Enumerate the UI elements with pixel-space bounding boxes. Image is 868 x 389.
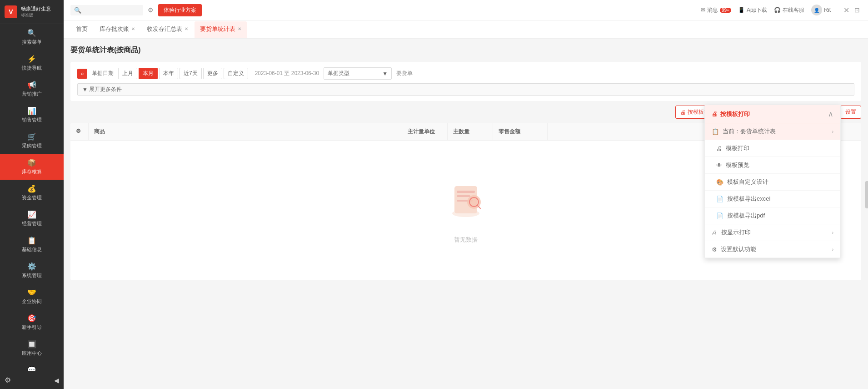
popup-template-print[interactable]: 🖨 模板打印	[705, 140, 840, 157]
sidebar-item-apps[interactable]: 🔲 应用中心	[0, 335, 64, 361]
tab-home[interactable]: 首页	[70, 21, 93, 38]
tab-order-stats[interactable]: 要货单统计表 ✕	[195, 21, 247, 38]
sidebar-item-wechat[interactable]: 💬 企业微信	[0, 361, 64, 371]
type-dropdown[interactable]: 单据类型 ▼	[324, 67, 392, 80]
notification-label: 消息	[707, 6, 718, 14]
popup-default-func[interactable]: ⚙ 设置默认功能 ›	[705, 241, 840, 258]
content-area: 要货单统计表(按商品) » 单据日期 上月 本月 本年 近7天 更多 自定义 2…	[64, 39, 868, 389]
date-btn-7days[interactable]: 近7天	[180, 68, 202, 79]
apps-icon: 🔲	[27, 340, 36, 349]
template-design-left: 🎨 模板自定义设计	[716, 178, 768, 186]
current-template-chevron: ›	[832, 129, 833, 134]
search-icon: 🔍	[74, 7, 81, 14]
current-template-icon: 📋	[712, 128, 719, 135]
online-service-btn[interactable]: 🎧 在线客服	[774, 6, 804, 14]
sidebar-item-guide[interactable]: 🎯 新手引导	[0, 309, 64, 335]
sidebar-item-marketing[interactable]: 📢 营销推广	[0, 76, 64, 102]
template-preview-label: 模板预览	[726, 161, 749, 169]
popup-template-preview[interactable]: 👁 模板预览	[705, 157, 840, 174]
template-design-label: 模板自定义设计	[727, 178, 768, 186]
expand-more-btn[interactable]: ▼ 展开更多条件	[77, 83, 854, 96]
resize-handle[interactable]	[865, 181, 868, 208]
svg-rect-2	[457, 191, 475, 193]
sidebar-item-search[interactable]: 🔍 搜索菜单	[0, 24, 64, 50]
notification-count: 99+	[720, 8, 731, 13]
date-buttons: 上月 本月 本年 近7天 更多 自定义	[118, 68, 248, 79]
popup-export-excel[interactable]: 📄 按模板导出excel	[705, 191, 840, 207]
window-close-btn[interactable]: ✕	[842, 6, 850, 14]
topbar-gear-icon[interactable]: ⚙	[148, 6, 154, 14]
settings-btn[interactable]: 设置	[840, 106, 861, 119]
sidebar-nav: 🔍 搜索菜单 ⚡ 快捷导航 📢 营销推广 📊 销售管理 🛒 采购管理 📦 库存核…	[0, 24, 64, 371]
topbar: 🔍 ⚙ 体验行业方案 ✉ 消息 99+ 📱 App下载 🎧 在线客服 👤 Rit	[64, 0, 868, 20]
sidebar-item-shortcut[interactable]: ⚡ 快捷导航	[0, 50, 64, 76]
date-btn-this-year[interactable]: 本年	[159, 68, 178, 79]
date-btn-custom[interactable]: 自定义	[224, 68, 248, 79]
date-btn-this-month[interactable]: 本月	[139, 68, 158, 79]
sidebar-item-basic[interactable]: 📋 基础信息	[0, 232, 64, 258]
search-nav-icon: 🔍	[27, 29, 36, 37]
sidebar-item-label: 营销推广	[22, 91, 42, 97]
popup-export-pdf[interactable]: 📄 按模板导出pdf	[705, 207, 840, 224]
type-dropdown-label: 单据类型	[328, 70, 349, 77]
tab-bar: 首页 库存批次账 ✕ 收发存汇总表 ✕ 要货单统计表 ✕	[64, 20, 868, 39]
export-excel-label: 按模板导出excel	[727, 195, 770, 203]
tab-inventory-batch-close[interactable]: ✕	[131, 26, 135, 31]
sidebar-item-inventory[interactable]: 📦 库存核算	[0, 154, 64, 180]
sidebar-item-sales[interactable]: 📊 销售管理	[0, 102, 64, 128]
popup-close-btn[interactable]: ∧	[828, 110, 833, 118]
tab-receipt-summary[interactable]: 收发存汇总表 ✕	[141, 21, 194, 38]
app-name: 畅康通好生意	[21, 5, 51, 12]
col-quantity: 主数量	[448, 123, 493, 140]
display-print-icon: 🖨	[712, 229, 718, 236]
col-unit: 主计量单位	[402, 123, 448, 140]
current-template-label: 当前：要货单统计表	[723, 127, 776, 136]
empty-illustration	[443, 177, 489, 231]
logo-icon: V	[5, 5, 17, 18]
filter-expand-arrow[interactable]: »	[77, 69, 87, 79]
purchase-icon: 🛒	[27, 132, 36, 141]
col-amount: 零售金额	[493, 123, 548, 140]
sidebar-bottom: ⚙ ◀	[0, 371, 64, 389]
settings-bottom-icon[interactable]: ⚙	[5, 376, 11, 384]
popup-display-print[interactable]: 🖨 按显示打印 ›	[705, 224, 840, 241]
app-download-label: App下载	[747, 6, 767, 14]
enterprise-icon: 🤝	[27, 288, 36, 297]
order-category-filter: 要货单	[396, 70, 413, 77]
experience-btn[interactable]: 体验行业方案	[158, 4, 202, 16]
username-label: Rit	[824, 7, 831, 13]
window-maximize-btn[interactable]: ⊡	[853, 6, 861, 14]
sidebar-item-finance[interactable]: 💰 资金管理	[0, 180, 64, 206]
sidebar-item-system[interactable]: ⚙️ 系统管理	[0, 258, 64, 283]
service-label: 在线客服	[783, 6, 804, 14]
search-box[interactable]: 🔍	[70, 5, 143, 15]
date-btn-last-month[interactable]: 上月	[118, 68, 137, 79]
popup-current-template[interactable]: 📋 当前：要货单统计表 ›	[705, 123, 840, 140]
svg-rect-3	[457, 195, 470, 197]
sidebar-item-enterprise[interactable]: 🤝 企业协同	[0, 283, 64, 309]
display-print-left: 🖨 按显示打印	[712, 228, 751, 237]
tab-receipt-summary-label: 收发存汇总表	[147, 25, 182, 33]
sidebar-item-operation[interactable]: 📈 经营管理	[0, 206, 64, 232]
date-btn-more[interactable]: 更多	[203, 68, 222, 79]
service-icon: 🎧	[774, 7, 781, 13]
notifications-btn[interactable]: ✉ 消息 99+	[701, 6, 731, 14]
main-area: 🔍 ⚙ 体验行业方案 ✉ 消息 99+ 📱 App下载 🎧 在线客服 👤 Rit	[64, 0, 868, 389]
tab-receipt-summary-close[interactable]: ✕	[185, 26, 188, 31]
tab-inventory-batch[interactable]: 库存批次账 ✕	[94, 21, 140, 38]
inventory-icon: 📦	[27, 158, 36, 167]
col-settings[interactable]: ⚙	[70, 123, 89, 140]
sidebar-item-label: 基础信息	[22, 246, 42, 253]
tab-order-stats-close[interactable]: ✕	[238, 26, 241, 31]
export-excel-left: 📄 按模板导出excel	[716, 195, 770, 203]
popup-header: 🖨 按模板打印 ∧	[705, 105, 840, 123]
arrow-bottom-icon[interactable]: ◀	[54, 377, 59, 384]
search-input[interactable]	[84, 7, 134, 13]
filter-row-1: » 单据日期 上月 本月 本年 近7天 更多 自定义 2023-06-01 至 …	[77, 67, 854, 80]
popup-template-design[interactable]: 🎨 模板自定义设计	[705, 174, 840, 191]
user-avatar[interactable]: 👤 Rit	[811, 5, 831, 15]
sidebar-item-purchase[interactable]: 🛒 采购管理	[0, 128, 64, 154]
app-download-btn[interactable]: 📱 App下载	[738, 6, 767, 14]
app-logo: V 畅康通好生意 标准版	[0, 0, 64, 24]
avatar-icon: 👤	[811, 5, 822, 15]
